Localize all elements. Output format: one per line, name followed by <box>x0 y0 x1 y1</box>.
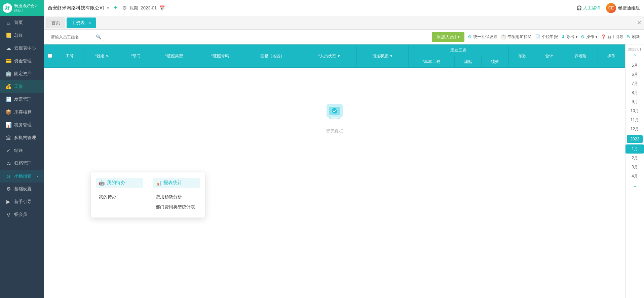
search-input[interactable] <box>51 35 94 39</box>
timeline-month-1[interactable]: 1月 <box>626 144 644 154</box>
timeline-year-prev: 2023.01 <box>628 47 642 51</box>
sidebar-item-label: 总账 <box>14 32 23 38</box>
collapse-icon: ‹ <box>37 174 38 178</box>
add-person-button[interactable]: 添加人员 ▾ <box>432 32 464 42</box>
sidebar-item-ledger[interactable]: 📒 总账 <box>0 29 44 42</box>
timeline-month-5[interactable]: 5月 <box>626 61 644 70</box>
sidebar-item-salary[interactable]: 💰 工资 <box>0 80 44 93</box>
timeline-month-6[interactable]: 6月 <box>626 70 644 79</box>
salary-table: 工号 *姓名 ⇅ *部门 *证照类型 *证照号码 国籍（地区） *人员状态 ▼ … <box>44 44 625 164</box>
toolbar-action-social[interactable]: ⚙ 统一社保设置 <box>468 34 497 40</box>
sidebar-item-fund[interactable]: 💳 资金管理 <box>0 55 44 67</box>
timeline-up-nav[interactable]: ⌃ <box>631 52 638 61</box>
checkbox-header[interactable] <box>44 45 56 68</box>
sidebar-item-tax[interactable]: 📊 税务管理 <box>0 119 44 131</box>
export-label: 导出 <box>566 34 574 40</box>
sidebar-item-cloud-report[interactable]: ☁ 云报表中心 <box>0 42 44 55</box>
th-id-num: *证照号码 <box>197 45 243 68</box>
add-person-label: 添加人员 <box>437 34 454 40</box>
ops-label: 操作 <box>586 34 594 40</box>
settings-icon: ⚙ <box>5 186 11 192</box>
th-allowance: 津贴 <box>454 56 482 68</box>
export-arrow-icon: ▾ <box>576 35 577 39</box>
toolbar-action-guide[interactable]: ❓ 新手引导 <box>601 34 623 40</box>
sidebar-item-invoice[interactable]: 🧾 发票管理 <box>0 93 44 106</box>
sidebar-item-expense[interactable]: G 小畅报销 ‹ <box>0 170 44 183</box>
tab-close-icon[interactable]: ✕ <box>88 21 91 25</box>
toolbar-action-refresh[interactable]: ↻ 刷新 <box>627 34 640 40</box>
sidebar-item-basic-settings[interactable]: ⚙ 基础设置 <box>0 183 44 195</box>
logo-icon: 好 <box>3 3 12 13</box>
tax-report-icon: 📄 <box>535 34 540 39</box>
social-icon: ⚙ <box>468 34 472 39</box>
timeline-month-2[interactable]: 2月 <box>626 154 644 163</box>
timeline-month-3[interactable]: 3月 <box>626 163 644 172</box>
timeline-month-9[interactable]: 9月 <box>626 97 644 106</box>
home-icon: ⌂ <box>5 20 11 26</box>
tab-home-label: 首页 <box>51 20 60 25</box>
company-dropdown-icon[interactable]: ▾ <box>107 6 109 10</box>
empty-illustration <box>321 97 348 124</box>
timeline-panel: 2023.01 ⌃ 5月 6月 7月 8月 9月 10月 11月 12月 202… <box>625 44 644 298</box>
sidebar-item-label: 固定资产 <box>14 71 32 77</box>
sidebar-item-label: 结账 <box>14 147 23 154</box>
sidebar-item-label: 畅会员 <box>14 211 27 218</box>
topbar-right: 🎧 人工咨询 CE 畅捷通组组 <box>576 3 640 13</box>
timeline-month-7[interactable]: 7月 <box>626 79 644 88</box>
refresh-icon: ↻ <box>627 34 631 39</box>
sidebar-item-inventory[interactable]: 📦 库存核算 <box>0 106 44 119</box>
sidebar-item-member[interactable]: V 畅会员 <box>0 208 44 221</box>
ops-arrow-icon: ▾ <box>596 35 597 39</box>
sidebar-item-fixed-assets[interactable]: 🏢 固定资产 <box>0 67 44 80</box>
sidebar-item-home[interactable]: ⌂ 首页 <box>0 16 44 29</box>
sidebar-item-guide[interactable]: ▶ 新手引导 <box>0 195 44 208</box>
timeline-down-nav[interactable]: ⌄ <box>631 181 638 190</box>
popup-item-mytodo[interactable]: 我的待办 <box>96 192 143 202</box>
timeline-month-4[interactable]: 4月 <box>626 172 644 181</box>
sidebar-item-label: 资金管理 <box>14 58 32 64</box>
timeline-month-8[interactable]: 8月 <box>626 88 644 97</box>
calendar-icon[interactable]: 📅 <box>159 5 165 10</box>
sidebar-item-multi-org[interactable]: 🏛 多机构管理 <box>0 131 44 144</box>
th-id-type: *证照类型 <box>151 45 197 68</box>
popup-report-title[interactable]: 📊 报表统计 <box>153 178 200 188</box>
tab-home[interactable]: 首页 <box>46 18 65 28</box>
search-icon[interactable]: 🔍 <box>96 34 101 39</box>
ledger-icon: 📒 <box>5 32 11 38</box>
table-wrap: 工号 *姓名 ⇅ *部门 *证照类型 *证照号码 国籍（地区） *人员状态 ▼ … <box>44 44 625 298</box>
service-button[interactable]: 🎧 人工咨询 <box>576 5 601 11</box>
close-panel-button[interactable]: ✕ <box>637 20 641 26</box>
sidebar-item-archive[interactable]: 🗂 归档管理 <box>0 157 44 170</box>
add-company-button[interactable]: + <box>112 4 119 12</box>
th-status: *人员状态 ▼ <box>302 45 357 68</box>
sidebar-item-settlement[interactable]: ✓ 结账 <box>0 144 44 157</box>
timeline-month-11[interactable]: 11月 <box>626 115 644 125</box>
toolbar-action-export[interactable]: ⬇ 导出 ▾ <box>561 34 577 40</box>
select-all-checkbox[interactable] <box>48 54 52 58</box>
toolbar-action-special[interactable]: 📋 专项附加扣除 <box>501 34 532 40</box>
toolbar-right: 添加人员 ▾ ⚙ 统一社保设置 📋 专项附加扣除 📄 个税申报 ⬇ 导出 ▾ ⚙ <box>432 32 640 42</box>
th-actions: 操作 <box>598 45 625 68</box>
th-total: 合计 <box>536 45 563 68</box>
user-area[interactable]: CE 畅捷通组组 <box>606 3 640 13</box>
guide-icon: ▶ <box>5 199 11 205</box>
service-label: 人工咨询 <box>583 5 601 11</box>
toolbar-action-ops[interactable]: ⚙ 操作 ▾ <box>581 34 597 40</box>
popup-item-trend[interactable]: 费用趋势分析 <box>153 192 200 202</box>
timeline-month-10[interactable]: 10月 <box>626 106 644 115</box>
popup-col-todo: 🤖 我的待办 我的待办 <box>96 178 143 212</box>
username: 畅捷通组组 <box>618 5 640 11</box>
archive-icon: 🗂 <box>5 161 11 166</box>
settlement-icon: ✓ <box>5 147 11 154</box>
timeline-month-12[interactable]: 12月 <box>626 125 644 134</box>
app-sub: 好会计 <box>14 8 38 13</box>
toolbar-action-tax[interactable]: 📄 个税申报 <box>535 34 558 40</box>
add-person-arrow-icon: ▾ <box>455 35 460 39</box>
popup-item-dept[interactable]: 部门费用类型统计表 <box>153 202 200 212</box>
period-label: 账期 2023-01 📅 <box>129 5 165 11</box>
settings-button[interactable]: ⚙ <box>122 5 127 11</box>
search-wrap: 🔍 <box>48 33 104 41</box>
empty-state: 暂无数据 <box>47 70 622 161</box>
tab-salary[interactable]: 工资表 ✕ <box>67 18 96 28</box>
popup-todo-title[interactable]: 🤖 我的待办 <box>96 178 143 188</box>
